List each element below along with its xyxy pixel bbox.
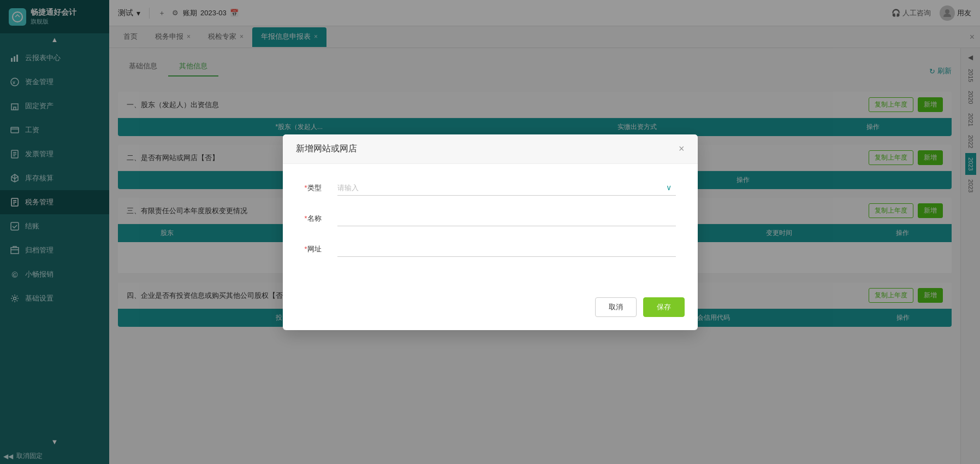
form-field-name: *名称 (305, 211, 676, 226)
form-field-type: *类型 ∨ (305, 180, 676, 196)
modal-footer: 取消 保存 (283, 289, 698, 330)
name-label: *名称 (305, 214, 337, 224)
type-input[interactable] (337, 180, 676, 195)
modal-add-website: 新增网站或网店 × *类型 ∨ *名称 (283, 134, 698, 330)
type-label: *类型 (305, 183, 337, 193)
modal-close-button[interactable]: × (679, 143, 685, 155)
modal-title: 新增网站或网店 (296, 143, 357, 155)
url-label: *网址 (305, 244, 337, 254)
modal-body: *类型 ∨ *名称 *网址 (283, 164, 698, 289)
cancel-button[interactable]: 取消 (595, 297, 637, 317)
modal-overlay[interactable]: 新增网站或网店 × *类型 ∨ *名称 (0, 0, 980, 464)
type-input-wrapper: ∨ (337, 180, 676, 196)
save-button[interactable]: 保存 (643, 297, 685, 317)
form-field-url: *网址 (305, 242, 676, 257)
url-input-wrapper (337, 242, 676, 257)
name-input-wrapper (337, 211, 676, 226)
type-dropdown-icon[interactable]: ∨ (666, 183, 672, 192)
modal-header: 新增网站或网店 × (283, 134, 698, 164)
name-input[interactable] (337, 211, 676, 226)
url-input[interactable] (337, 242, 676, 256)
